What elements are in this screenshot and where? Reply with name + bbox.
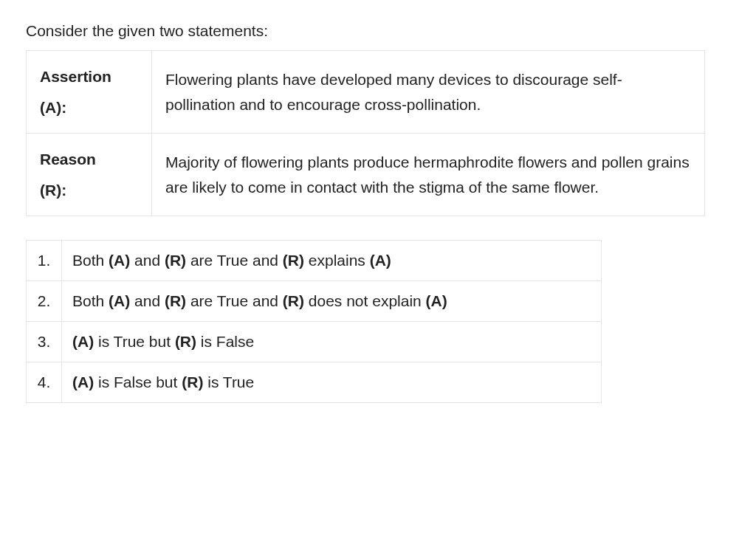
instruction-text: Consider the given two statements: (26, 22, 730, 40)
reason-label-name: Reason (40, 147, 145, 172)
assertion-row: Assertion (A): Flowering plants have dev… (27, 51, 705, 134)
statement-table: Assertion (A): Flowering plants have dev… (26, 50, 705, 216)
reason-label-code: (R): (40, 178, 145, 203)
assertion-label-cell: Assertion (A): (27, 51, 152, 134)
option-number: 2. (27, 281, 62, 322)
option-number: 3. (27, 322, 62, 362)
option-row: 2. Both (A) and (R) are True and (R) doe… (27, 281, 602, 322)
reason-label-cell: Reason (R): (27, 134, 152, 216)
assertion-label-code: (A): (40, 95, 145, 120)
assertion-label-name: Assertion (40, 64, 145, 89)
option-text: Both (A) and (R) are True and (R) does n… (62, 281, 602, 322)
option-text: Both (A) and (R) are True and (R) explai… (62, 241, 602, 281)
option-text: (A) is True but (R) is False (62, 322, 602, 362)
option-number: 1. (27, 241, 62, 281)
option-number: 4. (27, 362, 62, 403)
option-row: 3. (A) is True but (R) is False (27, 322, 602, 362)
options-table: 1. Both (A) and (R) are True and (R) exp… (26, 240, 602, 403)
assertion-text-cell: Flowering plants have developed many dev… (152, 51, 705, 134)
option-row: 1. Both (A) and (R) are True and (R) exp… (27, 241, 602, 281)
reason-row: Reason (R): Majority of flowering plants… (27, 134, 705, 216)
reason-text-cell: Majority of flowering plants produce her… (152, 134, 705, 216)
option-text: (A) is False but (R) is True (62, 362, 602, 403)
option-row: 4. (A) is False but (R) is True (27, 362, 602, 403)
